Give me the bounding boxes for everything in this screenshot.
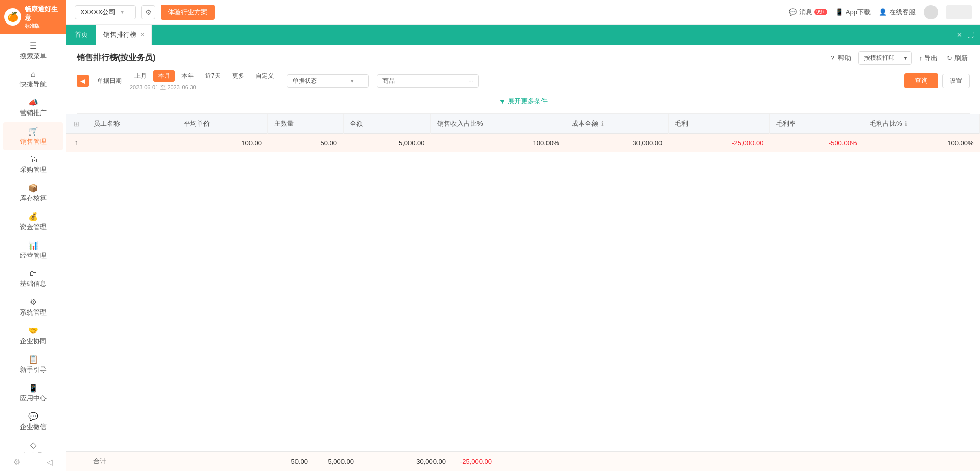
col-profit-rate: 毛利率 [769, 114, 863, 134]
sidebar-item-marketing[interactable]: 📣 营销推广 [3, 94, 63, 122]
sidebar-nav: ☰ 搜索菜单 ⌂ 快捷导航 📣 营销推广 🛒 销售管理 🛍 采购管理 📦 库存核… [0, 34, 66, 453]
date-tab-7days[interactable]: 近7天 [200, 70, 225, 82]
logo-title: 畅康通好生意 [25, 5, 62, 23]
app-download-button[interactable]: 📱 App下载 [835, 8, 871, 17]
home-tab-label: 首页 [75, 30, 88, 39]
sidebar-label-wechat: 企业微信 [20, 422, 47, 432]
sidebar-label-inventory: 库存核算 [20, 194, 47, 203]
col-setting: ⊞ [66, 114, 87, 134]
expand-icon: ▼ [499, 98, 506, 105]
service-button[interactable]: 👤 在线客服 [879, 8, 916, 17]
message-label: 消息 [799, 8, 812, 17]
app-icon: 📱 [835, 8, 844, 16]
search-menu-icon: ☰ [30, 41, 37, 51]
col-total: 全额 [343, 114, 431, 134]
template-print-group: 按模板打印 ▼ [858, 51, 912, 65]
finance-icon: 💰 [28, 212, 38, 221]
sidebar-item-wechat[interactable]: 💬 企业微信 [3, 408, 63, 436]
avg-price-cell: 100.00 [177, 134, 268, 152]
sidebar-item-purchase[interactable]: 🛍 采购管理 [3, 151, 63, 178]
expand-label: 展开更多条件 [508, 97, 548, 106]
expand-more-button[interactable]: ▼ 展开更多条件 [495, 95, 552, 108]
sidebar-item-system[interactable]: ⚙ 系统管理 [3, 293, 63, 321]
settings-button[interactable]: ⚙ [141, 5, 155, 19]
system-icon: ⚙ [30, 297, 37, 307]
date-tab-custom[interactable]: 自定义 [251, 70, 279, 82]
template-print-arrow[interactable]: ▼ [900, 53, 911, 63]
message-icon: 💬 [789, 8, 797, 16]
tab-maximize-icon[interactable]: ⛶ [967, 31, 974, 39]
sidebar-label-operations: 经营管理 [20, 251, 47, 260]
sidebar-item-finance[interactable]: 💰 资金管理 [3, 208, 63, 236]
goods-more-icon: ··· [469, 78, 473, 84]
avatar[interactable] [924, 5, 938, 19]
sidebar-label-purchase: 采购管理 [20, 165, 47, 174]
column-setting-icon[interactable]: ⊞ [74, 120, 80, 128]
tab-sales-ranking-label: 销售排行榜 [103, 30, 136, 39]
col-cost: 成本全额 ℹ [565, 114, 668, 134]
date-tab-this-month[interactable]: 本月 [153, 70, 175, 82]
tab-close-icon[interactable]: × [141, 31, 144, 38]
purchase-icon: 🛍 [29, 155, 37, 164]
footer-profit: -25,000.00 [446, 458, 492, 465]
query-button[interactable]: 查询 [904, 73, 938, 88]
col-avg-price: 平均单价 [177, 114, 268, 134]
tab-bar: 首页 销售排行榜 × ✕ ⛶ [66, 25, 980, 45]
date-range: 2023-06-01 至 2023-06-30 [130, 84, 279, 92]
sidebar-label-collab: 企业协同 [20, 337, 47, 346]
settings-filter-button[interactable]: 设置 [942, 74, 970, 88]
sidebar-item-basic[interactable]: 🗂 基础信息 [3, 265, 63, 293]
profit-ratio-cell: 100.00% [863, 134, 979, 152]
sidebar-item-apps[interactable]: 📱 应用中心 [3, 379, 63, 407]
help-button[interactable]: ？ 帮助 [827, 53, 853, 64]
profit-ratio-help-icon[interactable]: ℹ [905, 120, 907, 127]
footer-cost: 30,000.00 [400, 458, 446, 465]
message-badge: 99+ [814, 9, 827, 15]
operations-icon: 📊 [28, 240, 38, 250]
trial-button[interactable]: 体验行业方案 [161, 5, 215, 20]
sidebar-item-operations[interactable]: 📊 经营管理 [3, 236, 63, 264]
refresh-button[interactable]: ↻ 刷新 [945, 53, 970, 64]
rank-cell: 1 [66, 134, 87, 152]
cost-help-icon[interactable]: ℹ [601, 120, 604, 127]
sidebar-label-finance: 资金管理 [20, 222, 47, 232]
sidebar-item-sales[interactable]: 🛒 销售管理 [3, 122, 63, 150]
sidebar-label-system: 系统管理 [20, 308, 47, 317]
service-icon: 👤 [879, 8, 887, 16]
tab-close-window-icon[interactable]: ✕ [956, 31, 962, 39]
sidebar-item-shortcut[interactable]: ⌂ 快捷导航 [3, 65, 63, 93]
help-icon: ？ [829, 54, 836, 63]
apps-icon: 📱 [28, 383, 38, 393]
date-tab-last-month[interactable]: 上月 [130, 70, 151, 82]
message-button[interactable]: 💬 消息 99+ [789, 8, 827, 17]
company-select[interactable]: XXXXX公司 ▼ [75, 5, 136, 19]
marketing-icon: 📣 [28, 98, 38, 107]
footer-main-qty: 50.00 [267, 458, 308, 465]
date-tab-this-year[interactable]: 本年 [177, 70, 198, 82]
tab-sales-ranking[interactable]: 销售排行榜 × [96, 25, 152, 45]
table-empty-space [66, 152, 980, 451]
collapse-icon[interactable]: ◁ [47, 457, 53, 467]
tab-home[interactable]: 首页 [66, 25, 96, 45]
goods-filter[interactable]: 商品 ··· [377, 74, 479, 88]
profit-rate-cell: -500.00% [769, 134, 863, 152]
status-label: 单据状态 [292, 77, 317, 85]
sidebar-item-inventory[interactable]: 📦 库存核算 [3, 179, 63, 207]
table-area: ⊞ 员工名称 平均单价 主数量 全额 销售收入占比% 成本全额 ℹ [66, 114, 980, 471]
filter-toggle-button[interactable]: ◀ [77, 75, 89, 87]
sidebar-label-shortcut: 快捷导航 [20, 80, 47, 89]
status-select[interactable]: 单据状态 ▼ [287, 74, 369, 88]
sidebar-item-member[interactable]: ◇ 畅会员 [3, 436, 63, 453]
home-icon: ⌂ [31, 70, 36, 79]
export-button[interactable]: ↑ 导出 [917, 53, 940, 64]
settings-gear-icon[interactable]: ⚙ [13, 457, 20, 467]
refresh-icon: ↻ [947, 54, 952, 62]
template-print-button[interactable]: 按模板打印 [859, 52, 900, 64]
sales-ratio-cell: 100.00% [431, 134, 565, 152]
date-tab-more[interactable]: 更多 [227, 70, 249, 82]
export-label: 导出 [924, 54, 938, 63]
date-filter-group: 上月 本月 本年 近7天 更多 自定义 2023-06-01 至 2023-06… [130, 70, 279, 92]
sidebar-item-newbie[interactable]: 📋 新手引导 [3, 350, 63, 378]
sidebar-item-collab[interactable]: 🤝 企业协同 [3, 322, 63, 350]
sidebar-item-search[interactable]: ☰ 搜索菜单 [3, 37, 63, 65]
